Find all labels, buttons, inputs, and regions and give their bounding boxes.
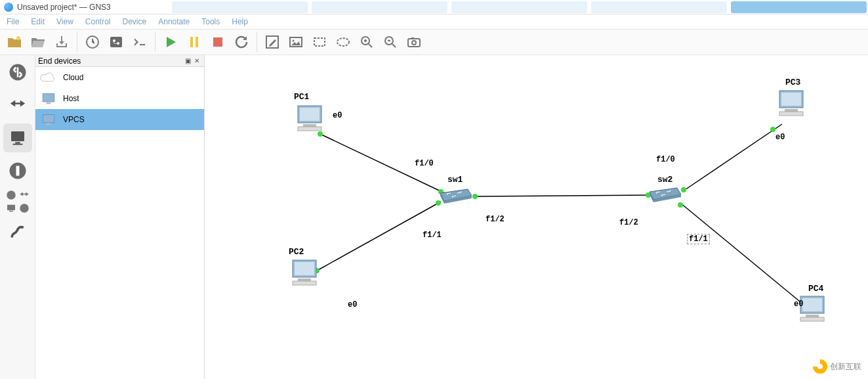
- panel-undock-button[interactable]: ▣: [183, 56, 192, 66]
- main-toolbar: [0, 29, 868, 55]
- menu-tools[interactable]: Tools: [201, 17, 220, 26]
- menu-edit[interactable]: Edit: [31, 17, 45, 26]
- topology-canvas[interactable]: PC1 PC2 PC3 PC4 sw1 sw2 e0 e0 e0 e0 f1/0…: [205, 55, 868, 379]
- device-item-vpcs[interactable]: VPCS: [35, 109, 204, 130]
- label-sw1: sw1: [447, 175, 463, 185]
- title-bar: Unsaved project* — GNS3: [0, 0, 868, 14]
- node-pc3[interactable]: [775, 89, 807, 118]
- pause-all-button[interactable]: [184, 32, 205, 53]
- watermark-text: 创新互联: [830, 361, 861, 372]
- label-pc4: PC4: [808, 284, 823, 294]
- annotate-edit-button[interactable]: [262, 32, 283, 53]
- svg-rect-39: [300, 108, 320, 121]
- security-category-button[interactable]: [3, 156, 32, 185]
- panel-title: End devices: [38, 56, 81, 66]
- console-all-button[interactable]: [106, 32, 127, 53]
- watermark-logo-icon: [813, 359, 827, 374]
- device-item-label: Cloud: [63, 73, 83, 82]
- ellipse-button[interactable]: [333, 32, 354, 53]
- svg-rect-22: [12, 144, 22, 145]
- menu-annotate[interactable]: Annotate: [158, 17, 190, 26]
- terminal-button[interactable]: [129, 32, 150, 53]
- svg-point-0: [16, 36, 20, 40]
- svg-line-35: [475, 195, 651, 196]
- port-sw2-f10: f1/0: [656, 155, 675, 164]
- svg-rect-8: [213, 37, 222, 47]
- menu-help[interactable]: Help: [232, 17, 248, 26]
- host-icon: [39, 91, 58, 106]
- port-pc3-e0: e0: [775, 133, 785, 142]
- port-sw1-f10: f1/0: [415, 159, 434, 168]
- svg-rect-18: [411, 37, 414, 39]
- import-button[interactable]: [51, 32, 72, 53]
- rectangle-button[interactable]: [309, 32, 330, 53]
- svg-point-3: [113, 39, 115, 42]
- svg-rect-2: [110, 37, 122, 47]
- port-sw1-f11: f1/1: [423, 231, 442, 240]
- svg-rect-40: [303, 124, 316, 127]
- start-all-button[interactable]: [160, 32, 181, 53]
- label-pc2: PC2: [289, 247, 304, 257]
- routers-category-button[interactable]: [3, 58, 32, 87]
- zoom-out-button[interactable]: [380, 32, 401, 53]
- svg-rect-53: [800, 317, 824, 321]
- zoom-in-button[interactable]: [356, 32, 377, 53]
- menu-view[interactable]: View: [56, 17, 73, 26]
- svg-rect-41: [298, 127, 321, 131]
- new-project-button[interactable]: [4, 32, 25, 53]
- svg-rect-29: [43, 93, 54, 101]
- svg-line-36: [685, 124, 782, 190]
- node-sw1[interactable]: [438, 187, 474, 205]
- screenshot-button[interactable]: [403, 32, 424, 53]
- stop-all-button[interactable]: [207, 32, 228, 53]
- end-devices-category-button[interactable]: [3, 123, 32, 152]
- svg-rect-6: [190, 37, 193, 47]
- vpcs-icon: [39, 112, 58, 127]
- end-devices-panel: End devices ▣ ✕ Cloud Host VPCS: [35, 55, 205, 379]
- svg-rect-51: [802, 298, 822, 311]
- menu-bar: File Edit View Control Device Annotate T…: [0, 14, 868, 29]
- svg-rect-44: [298, 279, 311, 281]
- panel-close-button[interactable]: ✕: [192, 56, 201, 66]
- menu-control[interactable]: Control: [85, 17, 111, 26]
- node-sw2[interactable]: [647, 185, 684, 204]
- svg-rect-32: [47, 123, 51, 125]
- port-sw1-f12: f1/2: [486, 215, 505, 224]
- menu-device[interactable]: Device: [123, 17, 147, 26]
- node-pc2[interactable]: [289, 259, 320, 288]
- device-category-bar: [0, 55, 35, 379]
- svg-rect-21: [15, 142, 20, 144]
- port-pc4-e0: e0: [794, 300, 803, 309]
- svg-rect-47: [781, 93, 801, 106]
- svg-rect-26: [7, 205, 15, 210]
- port-sw2-f12: f1/2: [619, 218, 638, 227]
- reload-all-button[interactable]: [231, 32, 252, 53]
- gns3-logo-icon: [4, 3, 13, 12]
- image-button[interactable]: [285, 32, 306, 53]
- switches-category-button[interactable]: [3, 91, 32, 120]
- label-pc1: PC1: [294, 92, 309, 102]
- menu-file[interactable]: File: [7, 17, 19, 26]
- node-pc1[interactable]: [294, 104, 325, 133]
- open-project-button[interactable]: [28, 32, 49, 53]
- device-item-host[interactable]: Host: [35, 88, 204, 109]
- svg-point-25: [7, 190, 16, 200]
- all-devices-category-button[interactable]: [3, 189, 32, 214]
- svg-rect-31: [43, 114, 54, 122]
- svg-line-37: [680, 203, 807, 307]
- svg-point-11: [293, 40, 295, 42]
- port-pc1-e0: e0: [333, 111, 342, 120]
- svg-rect-24: [16, 166, 19, 176]
- add-link-button[interactable]: [3, 218, 32, 247]
- device-item-cloud[interactable]: Cloud: [35, 67, 204, 88]
- svg-rect-12: [314, 38, 325, 46]
- svg-rect-5: [140, 44, 145, 45]
- clock-button[interactable]: [82, 32, 103, 53]
- svg-rect-30: [47, 102, 51, 104]
- svg-rect-7: [196, 37, 198, 47]
- device-item-label: Host: [63, 94, 79, 103]
- svg-rect-27: [9, 211, 13, 212]
- svg-point-17: [412, 41, 416, 45]
- label-pc3: PC3: [785, 78, 800, 87]
- port-sw2-f11: f1/1: [687, 234, 710, 244]
